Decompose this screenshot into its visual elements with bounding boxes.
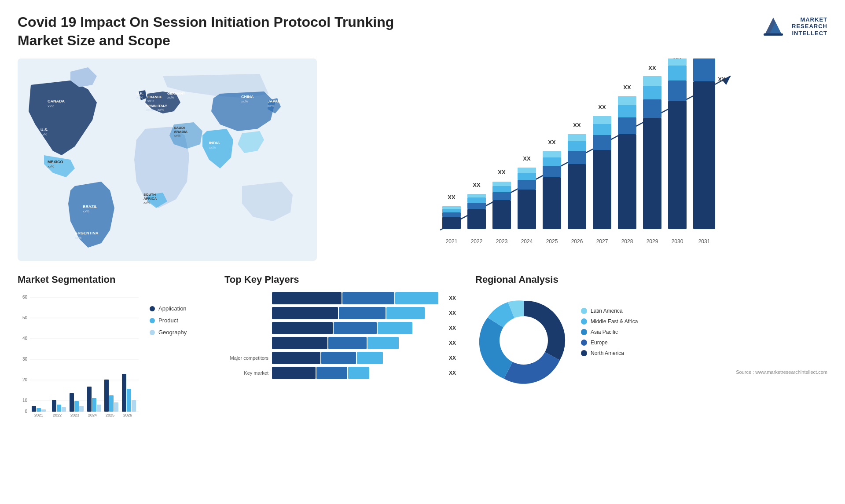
regional-title: Regional Analysis [475, 274, 827, 285]
svg-rect-129 [87, 387, 92, 412]
svg-rect-38 [442, 217, 461, 229]
svg-text:2030: 2030 [672, 238, 683, 245]
svg-rect-83 [618, 96, 636, 105]
svg-rect-69 [568, 151, 586, 164]
player-xx-4: XX [449, 340, 462, 346]
bar-chart-area: XX 2021 XX 2022 XX 2023 XX 2024 [330, 58, 827, 261]
svg-rect-118 [37, 408, 41, 412]
player-row-6: Key market XX [224, 367, 462, 379]
svg-text:ARGENTINA: ARGENTINA [75, 231, 99, 235]
svg-point-141 [500, 316, 548, 365]
svg-text:2023: 2023 [70, 413, 79, 417]
seg-legend: Application Product Geography [150, 292, 211, 341]
svg-text:FRANCE: FRANCE [147, 95, 162, 99]
svg-text:50: 50 [22, 315, 28, 320]
svg-rect-130 [92, 398, 96, 412]
svg-text:2031: 2031 [698, 238, 710, 245]
player-xx-3: XX [449, 325, 462, 331]
player-xx-6: XX [449, 370, 462, 376]
svg-text:2025: 2025 [546, 238, 558, 245]
svg-text:30: 30 [22, 357, 28, 362]
player-bar-seg-6a [272, 367, 316, 379]
svg-rect-119 [41, 409, 46, 412]
segmentation-chart: 60 50 40 30 20 10 0 [18, 292, 211, 421]
svg-text:2021: 2021 [34, 413, 43, 417]
svg-text:CHINA: CHINA [241, 95, 254, 99]
svg-text:20: 20 [22, 377, 28, 382]
player-row-3: XX [224, 322, 462, 334]
svg-text:xx%: xx% [40, 132, 47, 136]
svg-rect-93 [668, 80, 687, 101]
svg-text:2028: 2028 [621, 238, 633, 245]
player-bar-seg-2b [339, 307, 386, 319]
svg-text:2024: 2024 [521, 238, 533, 245]
svg-rect-94 [668, 66, 687, 80]
svg-text:xx%: xx% [147, 99, 154, 103]
svg-rect-98 [693, 81, 715, 229]
svg-text:2027: 2027 [596, 238, 608, 245]
svg-text:XX: XX [623, 84, 631, 91]
seg-bars: 60 50 40 30 20 10 0 [18, 292, 141, 421]
svg-text:xx%: xx% [209, 146, 216, 150]
svg-rect-121 [52, 400, 56, 412]
svg-text:XX: XX [523, 155, 531, 162]
svg-text:BRAZIL: BRAZIL [83, 205, 97, 209]
svg-rect-117 [32, 406, 36, 412]
reg-legend-na: North America [581, 350, 827, 356]
svg-text:MEXICO: MEXICO [48, 160, 63, 164]
segmentation-title: Market Segmentation [18, 274, 211, 285]
svg-text:XX: XX [473, 182, 481, 188]
svg-text:2024: 2024 [88, 413, 97, 417]
reg-legend-mea: Middle East & Africa [581, 318, 827, 325]
svg-rect-63 [543, 166, 561, 177]
svg-text:U.K.: U.K. [136, 91, 143, 95]
svg-text:2022: 2022 [53, 413, 62, 417]
legend-geography: Geography [150, 329, 211, 336]
player-bar-seg-1a [272, 292, 342, 304]
key-players-area: Top Key Players XX XX [224, 274, 462, 441]
svg-rect-41 [442, 206, 461, 209]
player-label-major: Major competitors [224, 355, 268, 361]
svg-rect-139 [132, 400, 136, 412]
svg-rect-134 [109, 395, 114, 412]
player-bar-seg-4c [367, 337, 399, 349]
svg-rect-2 [764, 33, 783, 36]
svg-text:xx%: xx% [268, 104, 274, 108]
svg-text:XX: XX [498, 169, 506, 175]
svg-text:XX: XX [448, 194, 456, 201]
player-bar-seg-3c [378, 322, 412, 334]
svg-rect-137 [122, 374, 126, 412]
svg-rect-133 [104, 380, 109, 412]
player-bar-seg-2c [386, 307, 425, 319]
player-bar-seg-4b [328, 337, 367, 349]
reg-dot-europe [581, 340, 587, 346]
svg-text:XX: XX [598, 104, 606, 110]
players-chart: XX XX XX [224, 292, 462, 379]
svg-text:U.S.: U.S. [40, 128, 48, 132]
player-bar-seg-1b [342, 292, 394, 304]
svg-rect-126 [74, 401, 79, 412]
svg-rect-92 [668, 101, 687, 229]
svg-text:xx%: xx% [241, 99, 248, 103]
svg-text:AFRICA: AFRICA [143, 197, 157, 201]
player-row-4: XX [224, 337, 462, 349]
svg-text:xx%: xx% [136, 95, 143, 99]
svg-text:SAUDI: SAUDI [174, 126, 185, 130]
source-text: Source : www.marketresearchintellect.com [581, 369, 827, 375]
regional-area: Regional Analysis [475, 274, 827, 441]
svg-rect-47 [467, 194, 486, 197]
svg-rect-74 [593, 150, 611, 229]
svg-rect-77 [593, 116, 611, 124]
legend-application: Application [150, 305, 211, 312]
player-bar-seg-5c [357, 352, 383, 364]
svg-rect-50 [492, 200, 511, 229]
svg-rect-131 [97, 405, 101, 412]
player-row-2: XX [224, 307, 462, 319]
svg-rect-45 [467, 203, 486, 209]
svg-text:2023: 2023 [496, 238, 508, 245]
reg-dot-mea [581, 318, 587, 325]
svg-text:xx%: xx% [167, 95, 174, 99]
svg-text:10: 10 [22, 398, 28, 403]
regional-wrap: Latin America Middle East & Africa Asia … [475, 292, 827, 391]
svg-text:XX: XX [573, 122, 581, 128]
